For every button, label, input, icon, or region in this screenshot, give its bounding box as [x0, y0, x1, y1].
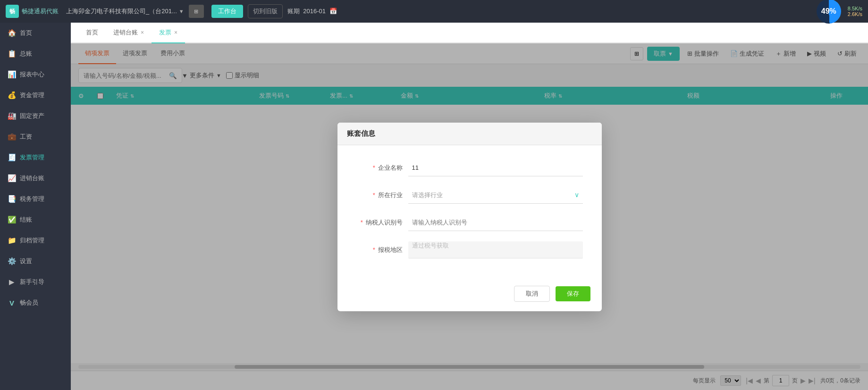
- modal-title: 账套信息: [347, 129, 375, 137]
- tab-invoice[interactable]: 发票 ×: [152, 23, 185, 43]
- finance-icon: 💰: [8, 91, 16, 100]
- archive-icon: 📁: [8, 236, 16, 245]
- modal-footer: 取消 保存: [337, 278, 602, 311]
- sidebar-item-home[interactable]: 🏠 首页: [0, 23, 71, 43]
- tab-home-label: 首页: [86, 28, 98, 37]
- tax-region-placeholder: 通过税号获取: [412, 242, 449, 249]
- sidebar-label-tax: 税务管理: [20, 195, 44, 203]
- tax-icon: 📑: [8, 195, 16, 203]
- sidebar-item-archive[interactable]: 📁 归档管理: [0, 230, 71, 251]
- salary-icon: 💼: [8, 133, 16, 141]
- save-button[interactable]: 保存: [556, 286, 590, 301]
- invoice-page: 销项发票 进项发票 费用小票 ⊞ 取票 ▼: [71, 43, 868, 390]
- tab-invoice-label: 发票: [159, 28, 171, 37]
- sidebar-label-finance: 资金管理: [20, 91, 44, 100]
- home-icon: 🏠: [8, 29, 16, 37]
- industry-label: * 所在行业: [356, 191, 408, 199]
- tax-region-row: * 报税地区 通过税号获取: [356, 241, 583, 258]
- sidebar-item-assets[interactable]: 🏭 固定资产: [0, 106, 71, 126]
- period-value: 2016-01: [303, 8, 326, 15]
- settings-icon: ⚙️: [8, 257, 16, 266]
- modal-header: 账套信息: [337, 123, 602, 145]
- tab-sales-ledger[interactable]: 进销台账 ×: [106, 23, 152, 43]
- period-display: 账期 2016-01 📅: [287, 7, 337, 16]
- period-label: 账期: [287, 8, 300, 15]
- industry-select-wrap: 请选择行业 ∨: [408, 187, 583, 204]
- company-name: 上海卯金刀电子科技有限公司_（台201...: [66, 7, 177, 16]
- assets-icon: 🏭: [8, 112, 16, 120]
- download-speed: 2.6K/s: [848, 11, 862, 17]
- main-content: 首页 进销台账 × 发票 × 销项发票 进项发票 费用: [71, 23, 868, 390]
- sidebar: 🏠 首页 📋 总账 📊 报表中心 💰 资金管理 🏭 固定资产 💼 工资 🧾 发票…: [0, 23, 71, 390]
- sidebar-item-finance[interactable]: 💰 资金管理: [0, 85, 71, 106]
- modal-overlay: 账套信息 * 企业名称: [71, 43, 868, 390]
- tab-home[interactable]: 首页: [78, 23, 106, 43]
- workbench-button[interactable]: 工作台: [211, 5, 243, 18]
- sidebar-item-tax[interactable]: 📑 税务管理: [0, 189, 71, 209]
- sidebar-item-close[interactable]: ✅ 结账: [0, 209, 71, 230]
- ledger-icon: 📋: [8, 50, 16, 58]
- cancel-button[interactable]: 取消: [514, 286, 550, 302]
- sidebar-item-ledger[interactable]: 📋 总账: [0, 43, 71, 64]
- sidebar-label-salary: 工资: [20, 133, 32, 141]
- tab-bar: 首页 进销台账 × 发票 ×: [71, 23, 868, 43]
- sidebar-label-guide: 新手引导: [20, 278, 44, 286]
- guide-icon: ▶: [8, 278, 16, 286]
- sidebar-item-sales-ledger[interactable]: 📈 进销台账: [0, 168, 71, 189]
- top-right: 49% 8.5K/s 2.6K/s: [817, 0, 862, 24]
- calendar-icon[interactable]: 📅: [329, 8, 337, 15]
- sidebar-item-reports[interactable]: 📊 报表中心: [0, 64, 71, 85]
- old-version-button[interactable]: 切到旧版: [248, 4, 283, 18]
- tax-id-label: * 纳税人识别号: [356, 218, 408, 227]
- sidebar-label-archive: 归档管理: [20, 236, 44, 245]
- sidebar-item-settings[interactable]: ⚙️ 设置: [0, 251, 71, 272]
- sidebar-item-invoice[interactable]: 🧾 发票管理: [0, 147, 71, 168]
- company-selector[interactable]: 上海卯金刀电子科技有限公司_（台201... ▼: [66, 7, 184, 16]
- modal-body: * 企业名称 * 所在行业: [337, 145, 602, 278]
- company-avatar-btn[interactable]: ⊞: [189, 5, 204, 18]
- company-name-input[interactable]: [408, 159, 583, 176]
- network-speed-widget: 49%: [817, 0, 841, 24]
- account-info-modal: 账套信息 * 企业名称: [337, 123, 602, 311]
- tab-sales-ledger-close[interactable]: ×: [141, 29, 144, 36]
- tax-id-row: * 纳税人识别号: [356, 214, 583, 231]
- vip-icon: V: [8, 299, 16, 307]
- sidebar-label-home: 首页: [20, 29, 32, 37]
- upload-speed: 8.5K/s: [848, 6, 862, 11]
- sidebar-label-ledger: 总账: [20, 50, 32, 58]
- speed-details: 8.5K/s 2.6K/s: [848, 6, 862, 17]
- sidebar-label-settings: 设置: [20, 257, 32, 266]
- app-name: 畅捷通易代账: [22, 7, 59, 16]
- sidebar-label-assets: 固定资产: [20, 112, 44, 120]
- sidebar-item-salary[interactable]: 💼 工资: [0, 126, 71, 147]
- sidebar-label-invoice: 发票管理: [20, 153, 44, 162]
- app-logo: 畅 畅捷通易代账: [6, 5, 59, 18]
- tax-id-input[interactable]: [408, 214, 583, 231]
- top-actions: 工作台 切到旧版: [211, 4, 283, 18]
- logo-icon: 畅: [6, 5, 19, 18]
- tab-invoice-close[interactable]: ×: [174, 29, 177, 36]
- company-name-label: * 企业名称: [356, 164, 408, 172]
- close-books-icon: ✅: [8, 216, 16, 224]
- sales-ledger-icon: 📈: [8, 174, 16, 183]
- sidebar-label-sales-ledger: 进销台账: [20, 174, 44, 183]
- industry-select[interactable]: 请选择行业: [408, 187, 583, 203]
- industry-row: * 所在行业 请选择行业 ∨: [356, 187, 583, 204]
- speed-percent: 49%: [821, 8, 836, 15]
- sidebar-label-vip: 畅会员: [20, 299, 38, 307]
- sidebar-label-close: 结账: [20, 216, 32, 224]
- top-bar: 畅 畅捷通易代账 上海卯金刀电子科技有限公司_（台201... ▼ ⊞ 工作台 …: [0, 0, 868, 23]
- reports-icon: 📊: [8, 70, 16, 79]
- tax-region-display: 通过税号获取: [408, 241, 583, 258]
- company-name-row: * 企业名称: [356, 159, 583, 176]
- tab-sales-ledger-label: 进销台账: [113, 28, 138, 37]
- sidebar-item-guide[interactable]: ▶ 新手引导: [0, 272, 71, 292]
- company-dropdown-icon[interactable]: ▼: [179, 8, 184, 14]
- tax-region-label: * 报税地区: [356, 246, 408, 254]
- sidebar-item-vip[interactable]: V 畅会员: [0, 292, 71, 313]
- sidebar-label-reports: 报表中心: [20, 70, 44, 79]
- invoice-icon: 🧾: [8, 153, 16, 162]
- main-layout: 🏠 首页 📋 总账 📊 报表中心 💰 资金管理 🏭 固定资产 💼 工资 🧾 发票…: [0, 23, 868, 390]
